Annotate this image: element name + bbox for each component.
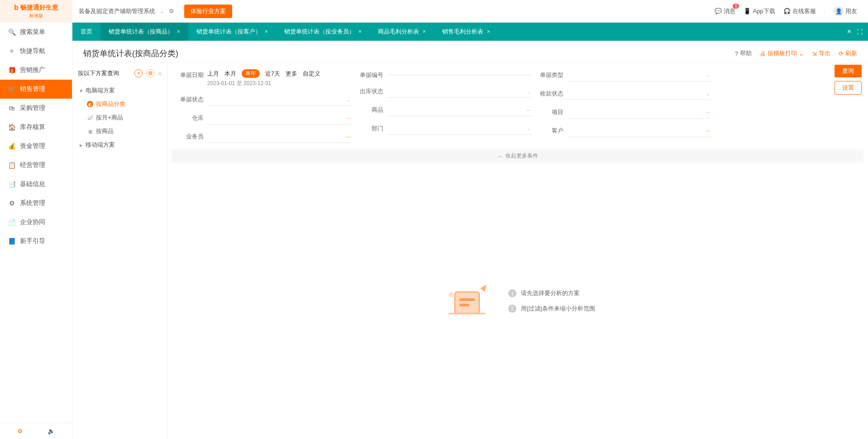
- app-download-button[interactable]: 📱App下载: [744, 7, 775, 15]
- tab-close-icon[interactable]: ×: [423, 29, 426, 35]
- caret-icon: ▾: [80, 87, 83, 94]
- settings-button[interactable]: 设置: [835, 81, 862, 95]
- tab-close-icon[interactable]: ×: [487, 29, 490, 35]
- filter-label-customer: 客户: [532, 125, 563, 135]
- headset-icon: 🎧: [783, 8, 791, 14]
- help-icon: ?: [735, 50, 738, 57]
- sidebar-item-6[interactable]: 💰资金管理: [0, 137, 72, 156]
- filter-label-paystate: 收款状态: [532, 88, 563, 98]
- tab-close-icon[interactable]: ×: [265, 29, 268, 35]
- project-select[interactable]: ···: [567, 106, 711, 119]
- date-option-2[interactable]: 本年: [242, 69, 260, 78]
- help-button[interactable]: ?帮助: [735, 49, 752, 57]
- doctype-select[interactable]: ⌄: [567, 69, 711, 81]
- settings-icon[interactable]: ⚙: [17, 428, 23, 434]
- experience-plan-button[interactable]: 体验行业方案: [184, 5, 232, 18]
- sidebar-item-3[interactable]: 🛒销售管理: [0, 80, 72, 99]
- group-label: 电脑端方案: [86, 86, 115, 95]
- brand-logo: b畅捷通好生意 标准版: [0, 0, 72, 23]
- sound-icon[interactable]: 🔉: [48, 428, 55, 434]
- date-option-4[interactable]: 更多: [286, 70, 297, 78]
- system-selector[interactable]: 装备及固定资产辅助管理系统 ⌄ ⚙: [72, 7, 181, 15]
- tab-3[interactable]: 销货单统计表（按业务员）×: [276, 23, 370, 41]
- date-option-3[interactable]: 近7天: [265, 70, 280, 78]
- tab-close-icon[interactable]: ×: [358, 29, 362, 35]
- date-option-1[interactable]: 本月: [224, 70, 236, 78]
- query-button[interactable]: 查询: [835, 65, 862, 77]
- sidebar-icon: 📄: [8, 219, 15, 226]
- fullscreen-icon[interactable]: ⛶: [857, 29, 863, 35]
- scheme-item-label: 按商品分类: [96, 100, 125, 108]
- tab-label: 销货单统计表（按客户）: [196, 28, 261, 36]
- scheme-settings-button[interactable]: ⚙: [146, 69, 154, 77]
- sidebar-item-10[interactable]: 📄企业协同: [0, 213, 72, 232]
- date-option-5[interactable]: 自定义: [303, 70, 320, 78]
- user-menu[interactable]: 👤 用友: [834, 6, 857, 16]
- print-button[interactable]: 🖨按模板打印⌄: [760, 49, 804, 57]
- docstate-select[interactable]: ⌄: [207, 94, 352, 106]
- scheme-item-0-0[interactable]: ◐按商品分类: [87, 97, 162, 111]
- empty-step2: 用[过滤]条件来缩小分析范围: [521, 305, 595, 313]
- product-select[interactable]: ···: [387, 104, 531, 116]
- sidebar-item-8[interactable]: 📑基础信息: [0, 175, 72, 194]
- sidebar-icon: 🔍: [8, 29, 15, 36]
- sidebar-item-0[interactable]: 🔍搜索菜单: [0, 23, 72, 42]
- close-all-tabs-icon[interactable]: ×: [847, 28, 851, 36]
- scheme-item-icon: 📈: [87, 115, 93, 121]
- sidebar-item-2[interactable]: 🎁营销推广: [0, 61, 72, 80]
- sidebar-item-1[interactable]: ✧快捷导航: [0, 42, 72, 61]
- empty-illustration-icon: [440, 278, 495, 324]
- tab-0[interactable]: 首页: [72, 23, 100, 41]
- tab-4[interactable]: 商品毛利分析表×: [370, 23, 434, 41]
- scheme-group-0[interactable]: ▾电脑端方案: [78, 84, 162, 97]
- svg-point-3: [448, 292, 454, 297]
- filter-label-docno: 单据编号: [352, 69, 383, 79]
- collapse-filters-button[interactable]: ︿ 收起更多条件: [172, 149, 863, 162]
- outstate-select[interactable]: ⌄: [387, 86, 531, 98]
- sidebar-item-5[interactable]: 🏠库存核算: [0, 118, 72, 137]
- tab-1[interactable]: 销货单统计表（按商品）×: [100, 23, 188, 41]
- scheme-item-0-2[interactable]: ▦按商品: [87, 124, 162, 138]
- sidebar-item-label: 新手引导: [20, 237, 45, 245]
- sidebar-icon: ⚙: [8, 200, 15, 207]
- tab-2[interactable]: 销货单统计表（按客户）×: [188, 23, 276, 41]
- filter-label-outstate: 出库状态: [352, 86, 383, 95]
- online-service-button[interactable]: 🎧在线客服: [783, 7, 816, 15]
- collapse-panel-icon[interactable]: «: [158, 70, 162, 77]
- sidebar-icon: 🛍: [8, 105, 15, 112]
- add-scheme-button[interactable]: +: [134, 69, 143, 77]
- sidebar-item-11[interactable]: 📘新手引导: [0, 232, 72, 251]
- scheme-item-0-1[interactable]: 📈按月+商品: [87, 111, 162, 124]
- warehouse-select[interactable]: ···: [207, 112, 352, 124]
- chevron-down-icon: ⌄: [799, 50, 804, 57]
- sidebar-item-9[interactable]: ⚙系统管理: [0, 194, 72, 213]
- avatar-icon: 👤: [834, 6, 844, 16]
- gear-icon[interactable]: ⚙: [169, 8, 174, 14]
- scheme-item-icon: ▦: [87, 128, 93, 134]
- date-option-0[interactable]: 上月: [207, 70, 219, 78]
- tab-label: 首页: [81, 28, 92, 36]
- tab-label: 销货单统计表（按商品）: [109, 28, 173, 36]
- salesman-select[interactable]: ···: [207, 131, 352, 143]
- sidebar-item-4[interactable]: 🛍采购管理: [0, 99, 72, 118]
- step-badge-2: 2: [508, 305, 516, 313]
- filter-label-date: 单据日期: [172, 69, 204, 79]
- tab-close-icon[interactable]: ×: [177, 29, 180, 35]
- refresh-button[interactable]: ⟳刷新: [839, 49, 857, 57]
- more-icon: ···: [526, 107, 531, 113]
- sidebar-item-7[interactable]: 📋经营管理: [0, 156, 72, 175]
- tab-label: 商品毛利分析表: [378, 28, 419, 36]
- tab-5[interactable]: 销售毛利分析表×: [434, 23, 498, 41]
- more-icon: ···: [706, 109, 711, 115]
- docno-input[interactable]: [387, 69, 531, 75]
- caret-icon: ▸: [80, 142, 83, 148]
- export-button[interactable]: ⇲导出: [812, 49, 830, 57]
- sidebar-item-label: 企业协同: [20, 218, 45, 226]
- customer-select[interactable]: ···: [567, 125, 711, 137]
- paystate-select[interactable]: ⌄: [567, 88, 711, 100]
- scheme-group-1[interactable]: ▸移动端方案: [78, 138, 162, 152]
- sidebar-item-label: 库存核算: [20, 123, 45, 131]
- chevron-down-icon: ⌄: [706, 91, 711, 97]
- dept-select[interactable]: ⌄: [387, 123, 531, 135]
- messages-button[interactable]: 💬 消息 6: [715, 7, 735, 15]
